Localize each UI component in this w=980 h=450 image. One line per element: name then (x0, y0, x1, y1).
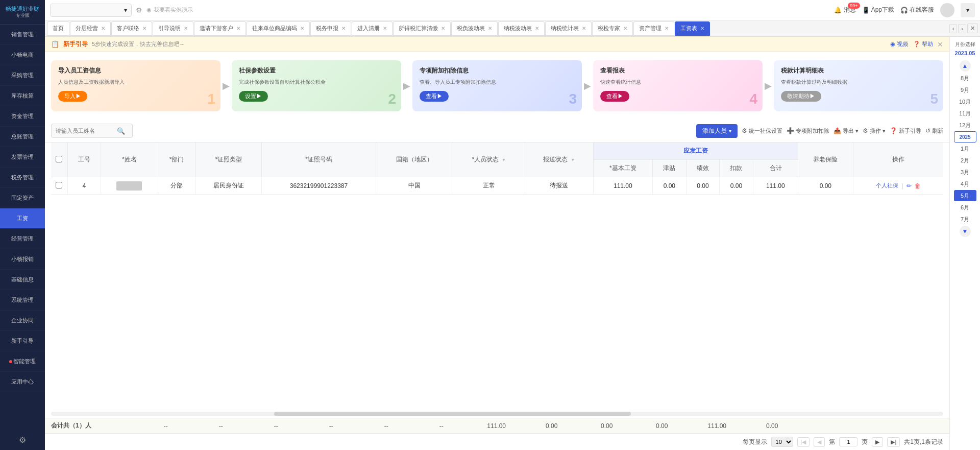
sidebar-item-tax[interactable]: 税务管理 (0, 168, 45, 188)
select-all-checkbox[interactable] (56, 156, 62, 162)
personal-social-insurance-link[interactable]: 个人社保 (876, 182, 898, 190)
online-service-button[interactable]: 🎧 在线客服 (900, 6, 934, 14)
tab-close-icon[interactable]: ✕ (383, 26, 387, 31)
topbar-search-input[interactable] (55, 7, 124, 13)
sidebar-item-sales[interactable]: 销售管理 (0, 25, 45, 45)
operations-button[interactable]: ⚙ 操作 ▾ (863, 127, 886, 135)
tab-close-icon[interactable]: ✕ (300, 26, 304, 31)
tab-taxreport[interactable]: 税务申报✕ (310, 21, 351, 36)
demo-link[interactable]: ◉ 我要看实例演示 (146, 6, 193, 14)
month-item-5[interactable]: 5月 (954, 190, 976, 201)
sidebar-item-salary[interactable]: 工资 (0, 208, 45, 229)
edit-icon[interactable]: ✏ (906, 182, 912, 190)
search-icon[interactable]: 🔍 (117, 127, 125, 135)
tab-close-icon[interactable]: ✕ (535, 26, 539, 31)
month-item-9[interactable]: 9月 (954, 84, 976, 96)
messages-button[interactable]: 🔔 消息 99+ (834, 6, 856, 14)
app-download-button[interactable]: 📱 App下载 (862, 6, 894, 14)
tab-close-icon[interactable]: ✕ (700, 26, 704, 31)
social-insurance-settings-button[interactable]: ⚙ 统一社保设置 (742, 127, 782, 135)
month-item-4[interactable]: 4月 (954, 178, 976, 190)
refresh-button[interactable]: ↺ 刷新 (925, 127, 943, 135)
user-menu-button[interactable]: ▾ (961, 3, 975, 17)
tab-home[interactable]: 首页 (47, 21, 69, 36)
month-item-7[interactable]: 7月 (954, 214, 976, 225)
month-scroll-up[interactable]: ▲ (960, 60, 971, 72)
step-5-button[interactable]: 敬请期待▶ (781, 91, 821, 102)
tab-guide[interactable]: 引导说明✕ (153, 21, 193, 36)
video-link[interactable]: ◉ 视频 (890, 40, 908, 48)
sidebar-item-ledger[interactable]: 总账管理 (0, 127, 45, 147)
tab-incometax[interactable]: 所得税汇算清缴✕ (393, 21, 451, 36)
employee-search-box[interactable]: 🔍 (51, 124, 133, 138)
month-item-6[interactable]: 6月 (954, 202, 976, 213)
tab-invite[interactable]: 邀请下游客户✕ (194, 21, 246, 36)
tab-close-icon[interactable]: ✕ (665, 26, 669, 31)
tab-close-all-button[interactable]: ✕ (967, 23, 978, 33)
delete-icon[interactable]: 🗑 (915, 182, 921, 190)
sidebar-item-collab[interactable]: 企业协同 (0, 311, 45, 331)
sidebar-item-mgmt[interactable]: 经营管理 (0, 229, 45, 249)
filter-icon[interactable]: ▼ (502, 157, 506, 162)
month-item-8[interactable]: 8月 (954, 73, 976, 84)
tab-salary[interactable]: 工资表✕ (675, 21, 710, 36)
tab-close-icon[interactable]: ✕ (101, 26, 105, 31)
tab-tiered[interactable]: 分层经营✕ (70, 21, 111, 36)
month-item-10[interactable]: 10月 (954, 96, 976, 107)
step-1-button[interactable]: 导入▶ (58, 91, 87, 102)
page-number-input[interactable] (839, 437, 857, 446)
sidebar-item-ai[interactable]: 智能管理 (0, 351, 45, 372)
month-item-11[interactable]: 11月 (954, 108, 976, 119)
sidebar-item-finance[interactable]: 资金管理 (0, 106, 45, 127)
month-item-3[interactable]: 3月 (954, 167, 976, 178)
tab-clear[interactable]: 进入清册✕ (352, 21, 393, 36)
sidebar-item-system[interactable]: 系统管理 (0, 290, 45, 311)
tab-close-icon[interactable]: ✕ (184, 26, 188, 31)
sidebar-item-guide[interactable]: 新手引导 (0, 331, 45, 351)
guide-close-button[interactable]: ✕ (937, 40, 943, 49)
settings-icon[interactable]: ⚙ (136, 6, 142, 14)
month-item-12[interactable]: 12月 (954, 120, 976, 131)
horizontal-scrollbar[interactable] (45, 410, 949, 418)
sidebar-item-ecommerce[interactable]: 小畅电商 (0, 45, 45, 65)
month-item-2[interactable]: 2月 (954, 155, 976, 166)
onboarding-button[interactable]: ❓ 新手引导 (890, 127, 921, 135)
tab-assets[interactable]: 资产管理✕ (633, 21, 674, 36)
sidebar-item-basic[interactable]: 基础信息 (0, 270, 45, 290)
topbar-search-box[interactable]: ▾ (50, 4, 132, 17)
employee-search-input[interactable] (56, 128, 117, 134)
sidebar-item-apps[interactable]: 应用中心 (0, 372, 45, 392)
first-page-button[interactable]: |◀ (797, 437, 810, 447)
tab-contact[interactable]: 客户联络✕ (111, 21, 152, 36)
tab-taxexpert[interactable]: 税检专家✕ (592, 21, 633, 36)
step-4-button[interactable]: 查看▶ (600, 91, 629, 102)
tab-close-icon[interactable]: ✕ (341, 26, 346, 31)
next-page-button[interactable]: ▶ (872, 437, 883, 447)
month-scroll-down[interactable]: ▼ (960, 226, 971, 237)
tab-close-icon[interactable]: ✕ (441, 26, 445, 31)
add-employee-button[interactable]: 添加人员 ▾ (696, 124, 738, 138)
help-link[interactable]: ❓ 帮助 (913, 40, 933, 48)
page-size-select[interactable]: 10 20 50 (771, 437, 793, 447)
tab-codes[interactable]: 往来单位商品编码✕ (247, 21, 310, 36)
sidebar-item-invoice[interactable]: 发票管理 (0, 147, 45, 168)
dropdown-icon[interactable]: ▾ (124, 7, 127, 14)
tab-taxwave[interactable]: 税负波动表✕ (451, 21, 498, 36)
scrollbar-thumb[interactable] (274, 412, 631, 416)
month-item-1[interactable]: 1月 (954, 143, 976, 154)
tab-next-button[interactable]: › (958, 24, 966, 33)
user-avatar[interactable] (940, 3, 954, 17)
tab-taxstat[interactable]: 纳税统计表✕ (545, 21, 592, 36)
row-checkbox[interactable] (56, 182, 62, 188)
sidebar-item-inventory[interactable]: 库存核算 (0, 86, 45, 106)
sidebar-item-assets[interactable]: 固定资产 (0, 188, 45, 208)
sidebar-item-purchase[interactable]: 采购管理 (0, 65, 45, 86)
tab-close-icon[interactable]: ✕ (623, 26, 627, 31)
filter-icon[interactable]: ▼ (571, 157, 575, 162)
sidebar-item-expense[interactable]: 小畅报销 (0, 249, 45, 270)
last-page-button[interactable]: ▶| (887, 437, 900, 447)
step-3-button[interactable]: 查看▶ (420, 91, 449, 102)
tab-close-icon[interactable]: ✕ (236, 26, 240, 31)
tab-close-icon[interactable]: ✕ (488, 26, 492, 31)
tab-paywave[interactable]: 纳税波动表✕ (498, 21, 545, 36)
